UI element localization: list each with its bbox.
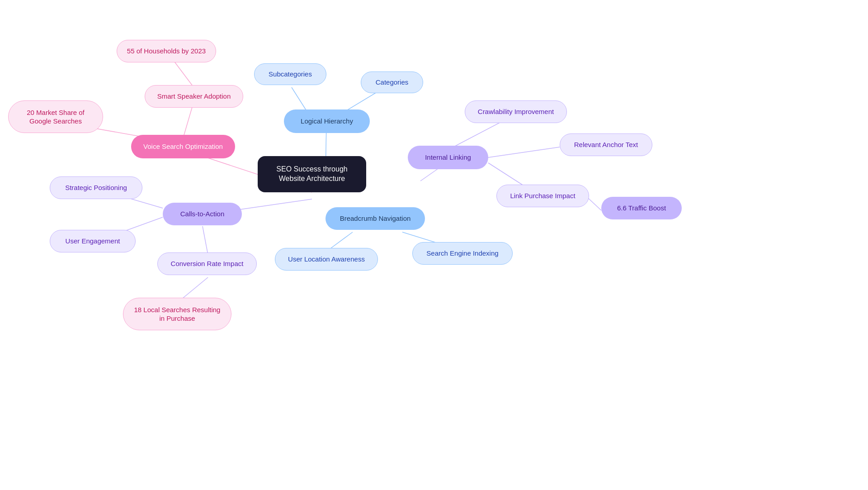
breadcrumb-node: Breadcrumb Navigation [326,207,425,230]
categories-node: Categories [361,71,423,93]
user-engagement-label: User Engagement [66,237,120,246]
svg-line-17 [488,147,560,157]
local-searches-label: 18 Local Searches Resulting in Purchase [132,305,223,323]
calls-to-action-label: Calls-to-Action [180,209,225,219]
strategic-label: Strategic Positioning [65,183,127,192]
internal-linking-label: Internal Linking [425,153,471,162]
crawlability-node: Crawlability Improvement [465,100,567,123]
households-node: 55 of Households by 2023 [117,40,216,62]
subcategories-label: Subcategories [269,70,312,79]
user-location-node: User Location Awareness [275,248,378,271]
households-label: 55 of Households by 2023 [127,47,206,56]
search-engine-label: Search Engine Indexing [426,249,498,258]
center-node: SEO Success through Website Architecture [258,156,366,192]
traffic-boost-label: 6.6 Traffic Boost [617,204,666,213]
logical-hierarchy-node: Logical Hierarchy [284,109,370,133]
market-share-label: 20 Market Share of Google Searches [17,108,94,126]
svg-line-10 [203,226,208,255]
link-purchase-node: Link Purchase Impact [496,185,589,207]
center-label: SEO Success through Website Architecture [266,165,358,184]
svg-line-14 [292,87,307,112]
local-searches-node: 18 Local Searches Resulting in Purchase [123,298,231,330]
voice-search-node: Voice Search Optimization [131,135,235,158]
strategic-node: Strategic Positioning [50,176,142,199]
calls-to-action-node: Calls-to-Action [163,203,242,225]
conversion-label: Conversion Rate Impact [171,259,244,268]
smart-speaker-node: Smart Speaker Adoption [145,85,243,108]
svg-line-19 [588,198,601,210]
subcategories-node: Subcategories [254,63,326,85]
voice-search-label: Voice Search Optimization [143,142,223,151]
conversion-node: Conversion Rate Impact [157,252,257,275]
internal-linking-node: Internal Linking [408,146,488,169]
link-purchase-label: Link Purchase Impact [510,191,575,200]
user-location-label: User Location Awareness [288,255,365,264]
anchor-text-label: Relevant Anchor Text [574,140,638,149]
categories-label: Categories [376,78,409,87]
market-share-node: 20 Market Share of Google Searches [8,100,103,133]
user-engagement-node: User Engagement [50,230,136,252]
traffic-boost-node: 6.6 Traffic Boost [601,197,682,219]
search-engine-node: Search Engine Indexing [412,242,513,265]
breadcrumb-label: Breadcrumb Navigation [340,214,411,223]
smart-speaker-label: Smart Speaker Adoption [157,92,231,101]
anchor-text-node: Relevant Anchor Text [560,133,652,156]
logical-hierarchy-label: Logical Hierarchy [301,117,353,126]
crawlability-label: Crawlability Improvement [478,107,554,116]
